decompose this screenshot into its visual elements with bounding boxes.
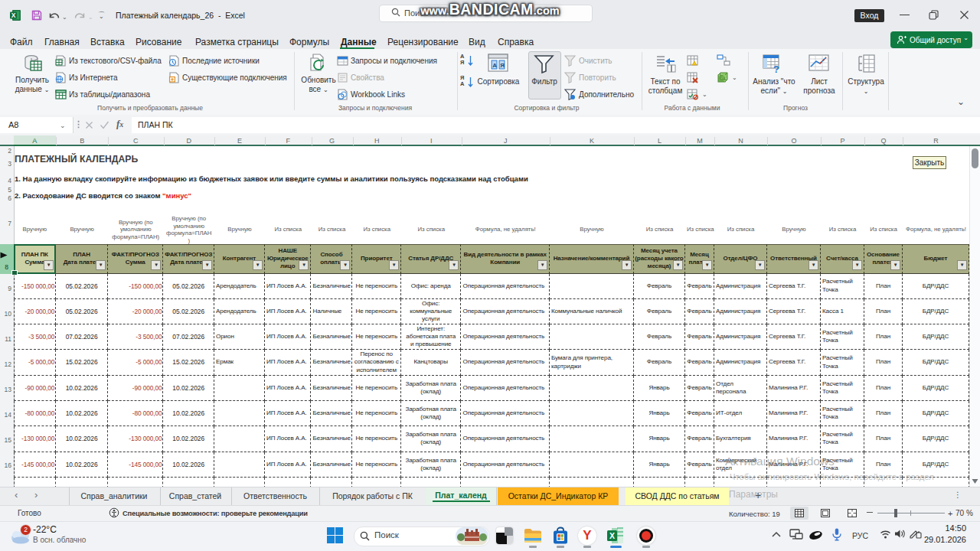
svg-text:X: X [609,531,615,540]
svg-text:Я: Я [500,62,505,69]
svg-text:А: А [492,62,497,69]
svg-text:?: ? [773,64,779,73]
